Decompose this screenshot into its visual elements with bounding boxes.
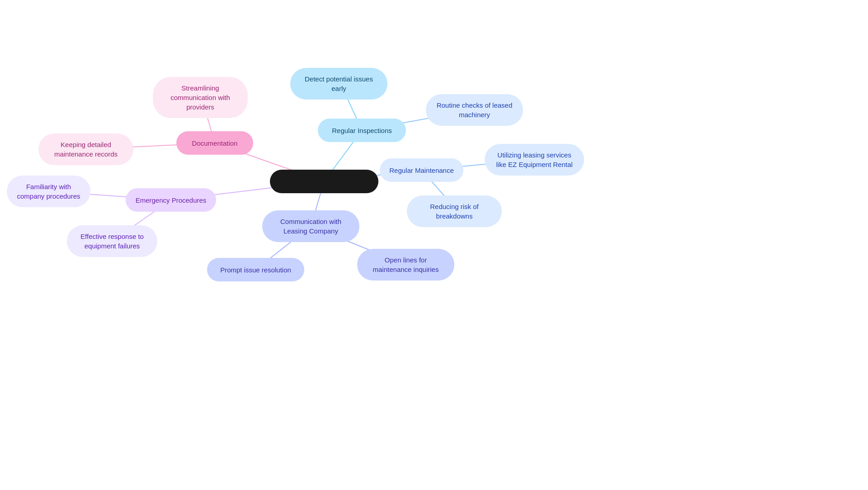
effective-response-node[interactable]: Effective response to equipment failures <box>67 225 157 257</box>
routine-checks-node[interactable]: Routine checks of leased machinery <box>426 94 523 126</box>
detect-issues-node[interactable]: Detect potential issues early <box>290 68 387 100</box>
documentation-node[interactable]: Documentation <box>176 131 253 155</box>
streamlining-node[interactable]: Streamlining communication with provider… <box>153 77 248 118</box>
regular-inspections-node[interactable]: Regular Inspections <box>318 119 406 142</box>
communication-leasing-node[interactable]: Communication with Leasing Company <box>262 210 359 242</box>
utilizing-leasing-node[interactable]: Utilizing leasing services like EZ Equip… <box>485 144 584 176</box>
reducing-risk-node[interactable]: Reducing risk of breakdowns <box>407 195 502 227</box>
keeping-records-node[interactable]: Keeping detailed maintenance records <box>38 133 133 165</box>
regular-maintenance-node[interactable]: Regular Maintenance <box>380 158 463 182</box>
familiarity-node[interactable]: Familiarity with company procedures <box>7 176 90 207</box>
prompt-issue-node[interactable]: Prompt issue resolution <box>207 258 304 281</box>
emergency-node[interactable]: Emergency Procedures <box>126 188 216 212</box>
open-lines-node[interactable]: Open lines for maintenance inquiries <box>357 249 454 281</box>
center-node[interactable] <box>270 170 378 193</box>
